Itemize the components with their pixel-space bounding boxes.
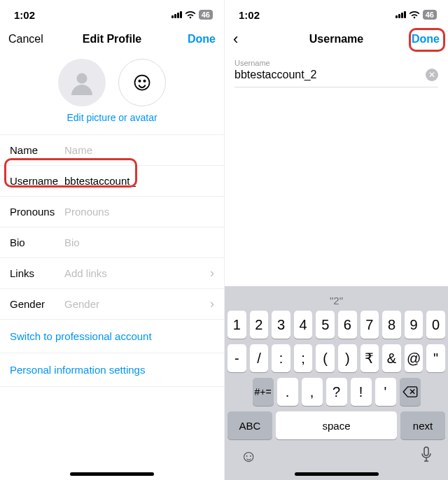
key-paren-close[interactable]: )	[338, 344, 357, 372]
label-gender: Gender	[10, 298, 64, 310]
keyboard-actions-row: ☺	[227, 445, 445, 467]
key-symbols-shift[interactable]: #+=	[253, 378, 274, 406]
key-at[interactable]: @	[405, 344, 424, 372]
key-2[interactable]: 2	[250, 311, 269, 339]
svg-rect-4	[424, 447, 428, 456]
key-amp[interactable]: &	[382, 344, 401, 372]
cellular-icon	[172, 11, 182, 18]
username-input[interactable]: bbtestaccount_2	[234, 69, 426, 81]
username-field-block: Username bbtestaccount_2 ✕	[225, 55, 448, 87]
backspace-icon	[402, 386, 418, 397]
clear-input-button[interactable]: ✕	[426, 69, 438, 81]
profile-form: Name Name Username bbtestaccount_ Pronou…	[0, 134, 224, 387]
status-time: 1:02	[14, 9, 35, 21]
key-question[interactable]: ?	[326, 378, 347, 406]
avatar-face-icon	[132, 73, 152, 92]
key-period[interactable]: .	[277, 378, 298, 406]
key-dash[interactable]: -	[227, 344, 246, 372]
screen-username-edit: 1:02 46 ‹ Username Done Username bbtesta…	[224, 0, 448, 480]
key-apostrophe[interactable]: '	[375, 378, 396, 406]
screen-edit-profile: 1:02 46 Cancel Edit Profile Done Edit pi…	[0, 0, 224, 480]
key-rupee[interactable]: ₹	[360, 344, 379, 372]
page-title: Username	[309, 33, 363, 45]
row-bio[interactable]: Bio Bio	[0, 227, 224, 258]
field-caption: Username	[234, 59, 438, 67]
avatar-row	[0, 55, 224, 112]
status-time: 1:02	[239, 9, 260, 21]
key-abc[interactable]: ABC	[227, 411, 272, 439]
profile-picture[interactable]	[58, 59, 106, 106]
key-6[interactable]: 6	[338, 311, 357, 339]
label-links: Links	[10, 267, 64, 279]
value-pronouns: Pronouns	[64, 206, 214, 218]
label-username: Username	[10, 175, 64, 187]
status-bar: 1:02 46	[225, 0, 448, 24]
keyboard: "2" 1 2 3 4 5 6 7 8 9 0 - / : ; ( ) ₹ & …	[225, 286, 448, 480]
nav-bar: Cancel Edit Profile Done	[0, 24, 224, 55]
key-quote[interactable]: "	[426, 344, 445, 372]
keyboard-row-1: 1 2 3 4 5 6 7 8 9 0	[227, 311, 445, 339]
keyboard-row-3: #+= . , ? ! '	[227, 378, 445, 406]
key-backspace[interactable]	[400, 378, 421, 406]
label-bio: Bio	[10, 237, 64, 248]
key-3[interactable]: 3	[272, 311, 290, 339]
svg-point-0	[77, 73, 88, 84]
emoji-button[interactable]: ☺	[240, 446, 258, 467]
value-bio: Bio	[64, 237, 214, 248]
keyboard-row-4: ABC space next	[227, 411, 445, 439]
key-slash[interactable]: /	[250, 344, 269, 372]
battery-badge: 46	[423, 10, 437, 20]
key-8[interactable]: 8	[382, 311, 401, 339]
cellular-icon	[396, 11, 406, 18]
row-username[interactable]: Username bbtestaccount_	[0, 166, 224, 197]
value-links: Add links	[64, 267, 210, 279]
personal-info-link[interactable]: Personal information settings	[0, 353, 224, 387]
avatar-option[interactable]	[118, 59, 166, 106]
key-5[interactable]: 5	[316, 311, 335, 339]
mic-icon	[420, 446, 433, 463]
key-9[interactable]: 9	[405, 311, 424, 339]
nav-bar: ‹ Username Done	[225, 24, 448, 55]
status-indicators: 46	[396, 9, 437, 21]
edit-picture-link[interactable]: Edit picture or avatar	[0, 112, 224, 134]
switch-professional-link[interactable]: Switch to professional account	[0, 320, 224, 353]
keyboard-suggestion[interactable]: "2"	[227, 289, 445, 311]
key-bang[interactable]: !	[351, 378, 372, 406]
row-gender[interactable]: Gender Gender ›	[0, 289, 224, 320]
close-icon: ✕	[428, 70, 435, 80]
key-paren-open[interactable]: (	[316, 344, 335, 372]
cancel-button[interactable]: Cancel	[8, 33, 50, 45]
status-indicators: 46	[172, 9, 213, 21]
key-4[interactable]: 4	[294, 311, 313, 339]
done-button[interactable]: Done	[398, 33, 440, 45]
home-indicator	[70, 472, 154, 476]
key-colon[interactable]: :	[272, 344, 290, 372]
value-username: bbtestaccount_	[64, 175, 214, 187]
home-indicator	[295, 472, 379, 476]
done-button[interactable]: Done	[174, 33, 216, 45]
back-button[interactable]: ‹	[233, 30, 275, 48]
row-name[interactable]: Name Name	[0, 135, 224, 166]
row-links[interactable]: Links Add links ›	[0, 258, 224, 289]
key-1[interactable]: 1	[227, 311, 246, 339]
key-comma[interactable]: ,	[302, 378, 323, 406]
label-pronouns: Pronouns	[10, 206, 64, 218]
value-gender: Gender	[64, 298, 210, 310]
person-icon	[69, 70, 94, 95]
key-semicolon[interactable]: ;	[294, 344, 313, 372]
key-7[interactable]: 7	[360, 311, 379, 339]
page-title: Edit Profile	[83, 33, 141, 45]
keyboard-row-2: - / : ; ( ) ₹ & @ "	[227, 344, 445, 372]
dictation-button[interactable]	[420, 446, 433, 467]
value-name: Name	[64, 144, 214, 156]
label-name: Name	[10, 144, 64, 156]
wifi-icon	[185, 9, 196, 21]
status-bar: 1:02 46	[0, 0, 224, 24]
svg-point-3	[144, 80, 145, 82]
svg-point-2	[139, 80, 140, 82]
wifi-icon	[409, 9, 420, 21]
row-pronouns[interactable]: Pronouns Pronouns	[0, 197, 224, 227]
key-next[interactable]: next	[400, 411, 445, 439]
key-0[interactable]: 0	[426, 311, 445, 339]
key-space[interactable]: space	[276, 411, 397, 439]
